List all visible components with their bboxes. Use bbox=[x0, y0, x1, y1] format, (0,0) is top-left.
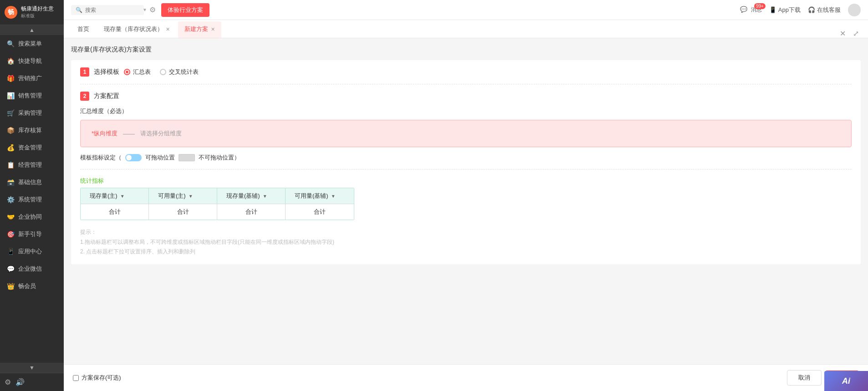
sidebar-scroll-down[interactable]: ▼ bbox=[0, 363, 64, 373]
step2-num: 2 bbox=[80, 92, 89, 101]
settings-footer-icon[interactable]: ⚙ bbox=[5, 378, 11, 386]
search-area: 🔍 ▼ bbox=[71, 5, 144, 15]
sidebar-item-label-purchase: 采购管理 bbox=[18, 109, 42, 117]
sound-footer-icon[interactable]: 🔊 bbox=[15, 378, 25, 386]
wechat-icon: 💬 bbox=[6, 265, 15, 273]
quick-nav-icon: 🏠 bbox=[6, 57, 15, 65]
sidebar-item-purchase[interactable]: 🛒 采购管理 bbox=[0, 104, 64, 122]
col-cell-0-1: 合计 bbox=[149, 204, 217, 220]
sidebar-item-label-system: 系统管理 bbox=[18, 196, 42, 204]
dimension-required-label: *纵向维度 bbox=[92, 129, 117, 138]
radio-summary-label: 汇总表 bbox=[133, 68, 151, 76]
topbar-right: 💬 99+ 消息 📱 App下载 🎧 在线客服 bbox=[740, 4, 861, 16]
dimension-separator: —— bbox=[123, 130, 135, 137]
tip1: 1.拖动标题栏可以调整布局，不可跨维度或指标区域拖动栏目字段(只能在同一维度或指… bbox=[80, 237, 852, 247]
tab-home-label: 首页 bbox=[77, 25, 89, 33]
sidebar-item-sales[interactable]: 📊 销售管理 bbox=[0, 87, 64, 104]
tab-new-scheme[interactable]: 新建方案 ✕ bbox=[178, 21, 221, 38]
app-download-link[interactable]: 📱 App下载 bbox=[769, 6, 801, 14]
step2-header: 2 方案配置 bbox=[80, 92, 852, 101]
sidebar-item-inventory[interactable]: 📦 库存核算 bbox=[0, 122, 64, 139]
sidebar-item-system[interactable]: ⚙️ 系统管理 bbox=[0, 191, 64, 208]
sidebar-item-label-sales: 销售管理 bbox=[18, 92, 42, 100]
tab-inventory-status[interactable]: 现存量（库存状况表） ✕ bbox=[97, 21, 176, 38]
chevron-down-col1-icon[interactable]: ▼ bbox=[189, 194, 193, 199]
divider1 bbox=[80, 84, 852, 84]
industry-btn[interactable]: 体验行业方案 bbox=[161, 3, 209, 17]
cancel-button[interactable]: 取消 bbox=[787, 370, 822, 386]
sidebar-item-label-wechat: 企业微信 bbox=[18, 265, 42, 273]
step1-num: 1 bbox=[80, 67, 89, 77]
tab-home[interactable]: 首页 bbox=[71, 21, 96, 38]
sidebar-item-marketing[interactable]: 🎁 营销推广 bbox=[0, 70, 64, 87]
chevron-down-col0-icon[interactable]: ▼ bbox=[120, 194, 125, 199]
headset-icon: 🎧 bbox=[808, 6, 815, 13]
enterprise-icon: 🤝 bbox=[6, 213, 15, 221]
tabbar: 首页 现存量（库存状况表） ✕ 新建方案 ✕ ✕ ⤢ bbox=[64, 20, 868, 38]
draggable-toggle[interactable] bbox=[125, 154, 142, 161]
step2-title: 方案配置 bbox=[94, 92, 119, 100]
save-scheme-checkbox[interactable] bbox=[73, 375, 79, 381]
content-area: 现存量(库存状况表)方案设置 1 选择模板 汇总表 交叉统计表 bbox=[64, 38, 868, 364]
chevron-down-col2-icon[interactable]: ▼ bbox=[263, 194, 267, 199]
col-label-1: 可用量(主) bbox=[158, 192, 186, 200]
col-header-3[interactable]: 可用量(基辅) ▼ bbox=[286, 188, 354, 204]
stats-section-label: 统计指标 bbox=[80, 177, 852, 185]
sidebar-item-label-inventory: 库存核算 bbox=[18, 126, 42, 134]
sidebar-item-enterprise[interactable]: 🤝 企业协同 bbox=[0, 208, 64, 226]
membership-icon: 👑 bbox=[6, 282, 15, 290]
col-header-2[interactable]: 现存量(基辅) ▼ bbox=[217, 188, 286, 204]
message-count: 99+ bbox=[754, 3, 766, 9]
sidebar-item-label-quick: 快捷导航 bbox=[18, 57, 42, 65]
app-logo-icon: 畅 bbox=[5, 6, 17, 19]
radio-summary[interactable]: 汇总表 bbox=[124, 68, 151, 76]
col-cell-0-2: 合计 bbox=[217, 204, 286, 220]
radio-crosstab-circle bbox=[160, 69, 166, 75]
message-badge[interactable]: 💬 99+ 消息 bbox=[740, 6, 762, 14]
not-draggable-label: 不可拖动位置） bbox=[199, 154, 240, 162]
newuser-icon: 🎯 bbox=[6, 230, 15, 238]
chevron-down-col3-icon[interactable]: ▼ bbox=[331, 194, 336, 199]
sidebar-item-appcenter[interactable]: 📱 应用中心 bbox=[0, 243, 64, 260]
ai-fab-button[interactable]: Ai bbox=[824, 371, 868, 391]
col-label-3: 可用量(基辅) bbox=[295, 192, 328, 200]
tab-new-scheme-close-icon[interactable]: ✕ bbox=[211, 26, 215, 32]
radio-crosstab[interactable]: 交叉统计表 bbox=[160, 68, 199, 76]
sidebar-item-quick-nav[interactable]: 🏠 快捷导航 bbox=[0, 52, 64, 70]
sidebar-item-label-newuser: 新手引导 bbox=[18, 230, 42, 238]
tab-inventory-close-icon[interactable]: ✕ bbox=[166, 26, 170, 32]
sidebar-item-wechat[interactable]: 💬 企业微信 bbox=[0, 260, 64, 278]
expand-window-icon[interactable]: ⤢ bbox=[851, 29, 861, 38]
close-window-icon[interactable]: ✕ bbox=[838, 29, 848, 38]
search-input[interactable] bbox=[85, 7, 140, 13]
stats-table-row-0: 合计 合计 合计 合计 bbox=[81, 204, 354, 220]
save-scheme-checkbox-label[interactable]: 方案保存(可选) bbox=[73, 374, 783, 382]
tips-section: 提示： 1.拖动标题栏可以调整布局，不可跨维度或指标区域拖动栏目字段(只能在同一… bbox=[80, 227, 852, 257]
purchase-icon: 🛒 bbox=[6, 109, 15, 117]
sidebar-scroll-up[interactable]: ▲ bbox=[0, 25, 64, 35]
col-header-1[interactable]: 可用量(主) ▼ bbox=[149, 188, 217, 204]
dimension-area[interactable]: *纵向维度 —— 请选择分组维度 bbox=[80, 120, 852, 147]
sidebar-item-operations[interactable]: 📋 经营管理 bbox=[0, 156, 64, 174]
tip2: 2. 点击标题栏下拉可设置排序、插入列和删除列 bbox=[80, 247, 852, 257]
sidebar-item-search-menu[interactable]: 🔍 搜索菜单 bbox=[0, 35, 64, 52]
app-download-label: App下载 bbox=[778, 6, 801, 14]
tips-title: 提示： bbox=[80, 229, 97, 235]
col-header-0[interactable]: 现存量(主) ▼ bbox=[81, 188, 149, 204]
search-icon: 🔍 bbox=[76, 7, 82, 13]
app-edition: 标准版 bbox=[21, 13, 54, 19]
sidebar-item-basics[interactable]: 🗃️ 基础信息 bbox=[0, 174, 64, 191]
online-service-link[interactable]: 🎧 在线客服 bbox=[808, 6, 841, 14]
main-area: 🔍 ▼ ⚙ 体验行业方案 💬 99+ 消息 📱 App下载 🎧 在线客服 bbox=[64, 0, 868, 391]
sidebar-item-membership[interactable]: 👑 畅会员 bbox=[0, 278, 64, 295]
sidebar-item-label-enterprise: 企业协同 bbox=[18, 213, 42, 221]
radio-summary-circle bbox=[124, 69, 130, 75]
sidebar-item-label-basics: 基础信息 bbox=[18, 178, 42, 186]
avatar[interactable] bbox=[848, 4, 861, 16]
gear-icon[interactable]: ⚙ bbox=[149, 5, 156, 14]
save-scheme-label: 方案保存(可选) bbox=[82, 374, 121, 382]
sidebar-item-newuser[interactable]: 🎯 新手引导 bbox=[0, 226, 64, 243]
radio-crosstab-label: 交叉统计表 bbox=[169, 68, 199, 76]
appcenter-icon: 📱 bbox=[6, 247, 15, 256]
sidebar-item-finance[interactable]: 💰 资金管理 bbox=[0, 139, 64, 156]
